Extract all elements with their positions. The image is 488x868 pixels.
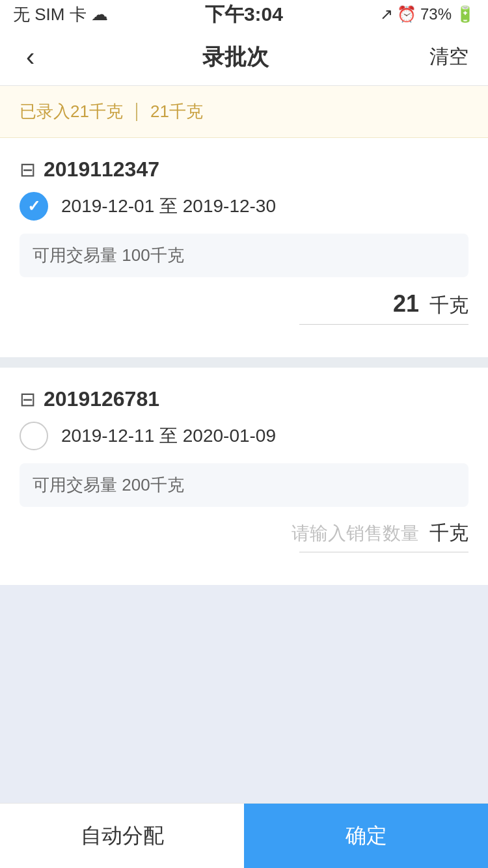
quantity-display-1: 21 千克: [393, 290, 468, 319]
item-card-1: ⊟ 2019112347 2019-12-01 至 2019-12-30 可用交…: [0, 138, 488, 277]
item-header-2: ⊟ 2019126781: [20, 387, 468, 411]
input-unit-2: 千克: [429, 520, 468, 547]
section-divider: [0, 357, 488, 368]
item-availability-2: 可用交易量 200千克: [20, 463, 468, 507]
nav-bar: ‹ 录批次 清空: [0, 29, 488, 86]
document-icon-1: ⊟: [20, 158, 36, 181]
item-header-1: ⊟ 2019112347: [20, 157, 468, 182]
summary-divider: [136, 103, 137, 121]
back-button[interactable]: ‹: [20, 36, 41, 78]
batch-item-2: ⊟ 2019126781 2019-12-11 至 2020-01-09 可用交…: [0, 368, 488, 585]
item-card-2: ⊟ 2019126781 2019-12-11 至 2020-01-09 可用交…: [0, 368, 488, 507]
status-right: ↗ ⏰ 73% 🔋: [380, 5, 475, 23]
sim-status: 无 SIM 卡 ☁: [13, 3, 108, 26]
quantity-underline-1: [299, 324, 468, 325]
confirm-button[interactable]: 确定: [244, 804, 488, 868]
battery-icon: 🔋: [455, 5, 475, 23]
status-bar: 无 SIM 卡 ☁ 下午3:04 ↗ ⏰ 73% 🔋: [0, 0, 488, 29]
document-icon-2: ⊟: [20, 388, 36, 411]
item-id-1: 2019112347: [44, 157, 159, 182]
batch-item-1: ⊟ 2019112347 2019-12-01 至 2019-12-30 可用交…: [0, 138, 488, 357]
input-display-2: 请输入销售数量 千克: [291, 520, 468, 547]
alarm-icon: ⏰: [397, 5, 416, 23]
clear-button[interactable]: 清空: [429, 44, 468, 70]
summary-value: 21千克: [150, 100, 203, 123]
battery-level: 73%: [420, 5, 452, 23]
item-date-row-2: 2019-12-11 至 2020-01-09: [20, 422, 468, 450]
input-wrapper-2: 请输入销售数量 千克: [0, 507, 488, 572]
summary-label: 已录入21千克: [20, 100, 123, 123]
input-placeholder-2: 请输入销售数量: [291, 521, 419, 546]
item-date-2: 2019-12-11 至 2020-01-09: [61, 424, 276, 448]
page-title: 录批次: [202, 42, 269, 72]
item-date-row-1: 2019-12-01 至 2019-12-30: [20, 192, 468, 221]
item-date-1: 2019-12-01 至 2019-12-30: [61, 194, 276, 219]
quantity-wrapper-1: 21 千克: [0, 277, 488, 344]
status-left: 无 SIM 卡 ☁: [13, 3, 108, 26]
status-time: 下午3:04: [205, 1, 283, 28]
item-availability-1: 可用交易量 100千克: [20, 234, 468, 277]
summary-bar: 已录入21千克 21千克: [0, 86, 488, 138]
quantity-value-1: 21: [393, 290, 419, 318]
location-icon: ↗: [380, 5, 393, 23]
item-id-2: 2019126781: [44, 387, 159, 411]
quantity-unit-1: 千克: [429, 292, 468, 319]
auto-distribute-button[interactable]: 自动分配: [0, 804, 244, 868]
radio-1[interactable]: [20, 192, 48, 221]
radio-2[interactable]: [20, 422, 48, 450]
bottom-bar: 自动分配 确定: [0, 803, 488, 868]
input-underline-2: [299, 552, 468, 552]
